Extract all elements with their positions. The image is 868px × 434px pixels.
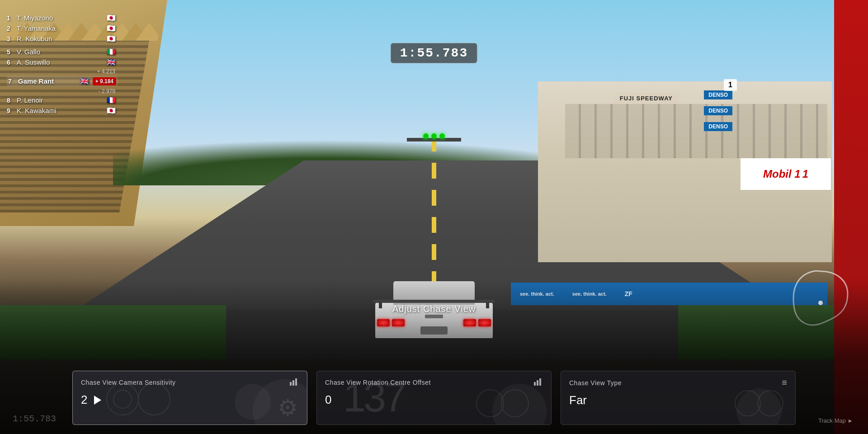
standing-row-5: 5 V. Gallo 🇮🇹 xyxy=(7,47,118,56)
adjust-chase-view-title: Adjust Chase View xyxy=(392,304,476,314)
standing-row-8: 8 P. Lenoir 🇫🇷 xyxy=(7,96,118,104)
standing-gap-7-red: + 9.184 xyxy=(93,77,116,85)
gantry-lights xyxy=(423,133,445,139)
track-map-arrow: ▶ xyxy=(849,418,852,423)
cursor-arrow xyxy=(94,396,101,405)
settings-bar: ⚙ Chase View Camera Sensitivity 2 xyxy=(72,371,796,425)
svg-rect-20 xyxy=(539,378,541,386)
standing-row-1: 1 T. Miyazono 🇯🇵 xyxy=(7,14,118,22)
denso-sign-2: DENSO xyxy=(704,106,732,115)
game-background: see. think. act. see. think. act. ZF Mob… xyxy=(0,0,868,434)
standing-row-2: 2 T. Yamanaka 🇯🇵 xyxy=(7,24,118,33)
standing-row-3: 3 R. Kokubun 🇯🇵 xyxy=(7,34,118,43)
rotation-offset-value: 0 xyxy=(325,393,331,407)
race-timer: 1:55.783 xyxy=(391,43,477,63)
fuji-speedway-sign: FUJI SPEEDWAY xyxy=(614,93,678,104)
track-map-text: Track Map xyxy=(818,417,846,424)
rotation-offset-label: Chase View Rotation Centre Offset xyxy=(325,379,431,386)
svg-rect-19 xyxy=(537,380,538,386)
rotation-offset-icon xyxy=(534,377,543,387)
camera-sensitivity-label: Chase View Camera Sensitivity xyxy=(81,379,176,386)
track-map-label-area: Track Map ▶ xyxy=(818,417,852,424)
bottom-left-timer-ghost: 1:55.783 xyxy=(13,414,56,424)
denso-sign-3: DENSO xyxy=(704,122,732,131)
view-type-panel[interactable]: Chase View Type ≡ Far xyxy=(561,371,796,425)
svg-rect-18 xyxy=(534,382,536,386)
svg-rect-13 xyxy=(292,380,294,386)
camera-sensitivity-icon xyxy=(290,377,299,387)
standing-row-6: 6 A. Suswillo 🇬🇧 xyxy=(7,58,118,66)
pit-windows xyxy=(565,104,827,158)
camera-sensitivity-panel[interactable]: ⚙ Chase View Camera Sensitivity 2 xyxy=(72,371,307,425)
standing-gap-7-sub: - 2.979 xyxy=(7,88,118,94)
rotation-offset-panel[interactable]: Chase View Rotation Centre Offset 0 137 xyxy=(316,371,552,425)
view-type-icon: ≡ xyxy=(782,377,787,388)
svg-rect-14 xyxy=(295,378,297,386)
denso-sign-1: DENSO xyxy=(704,90,732,99)
position-badge: 1 xyxy=(724,79,737,91)
camera-sensitivity-value: 2 xyxy=(81,393,87,407)
denso-signs: DENSO DENSO DENSO xyxy=(704,90,732,131)
standing-row-7: 7 Game Rant 🇬🇧 + 9.184 xyxy=(7,76,118,86)
view-type-label: Chase View Type xyxy=(569,379,622,387)
standings-list: 1 T. Miyazono 🇯🇵 2 T. Yamanaka 🇯🇵 3 R. K… xyxy=(7,14,118,117)
view-type-value: Far xyxy=(569,393,587,407)
standing-row-9: 9 K. Kawakami 🇯🇵 xyxy=(7,106,118,115)
standing-gap-6: + 4.213 xyxy=(7,68,118,75)
mobil1-banner: Mobil 1 1 xyxy=(741,158,831,190)
svg-rect-12 xyxy=(290,382,292,386)
